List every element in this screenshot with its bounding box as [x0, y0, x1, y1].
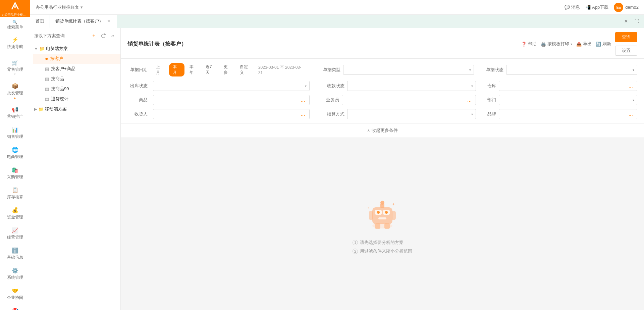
- svg-point-6: [377, 211, 380, 214]
- receipt-select[interactable]: ▾: [347, 81, 476, 91]
- shipment-select[interactable]: ▾: [153, 81, 310, 91]
- tab-maximize-btn[interactable]: ⛶: [632, 17, 641, 26]
- by-customer-product-label: 按客户+商品: [51, 66, 75, 72]
- by-product-99-icon: ▤: [45, 87, 49, 92]
- help-action[interactable]: ❓ 帮助: [521, 41, 537, 47]
- sales-rep-select[interactable]: ...: [342, 95, 476, 105]
- refresh-icon: 🔄: [596, 42, 601, 47]
- tip-num-1: 1: [353, 240, 358, 245]
- date-btn-thismonth[interactable]: 本月: [169, 63, 184, 76]
- bill-type-select[interactable]: ▾: [343, 65, 474, 75]
- tree-node-mobile[interactable]: ▶ 📁 移动端方案: [30, 104, 120, 114]
- date-btn-more[interactable]: 更多: [221, 63, 235, 77]
- sidebar-item-purchase[interactable]: 🛍️ 采购管理: [0, 163, 30, 183]
- sidebar-item-quicknav[interactable]: ⚡ 快捷导航: [0, 33, 30, 53]
- recipient-dots-icon[interactable]: ...: [299, 111, 306, 117]
- app-download-action[interactable]: 📲 App下载: [585, 4, 608, 10]
- tree-node-by-customer-product[interactable]: ▤ 按客户+商品: [33, 64, 120, 74]
- tree-node-by-product-99[interactable]: ▤ 按商品99: [33, 84, 120, 94]
- breadcrumb-arrow[interactable]: ▾: [80, 5, 83, 10]
- tab-home-label: 首页: [36, 18, 44, 24]
- tab-minimize-btn[interactable]: ✕: [621, 17, 631, 26]
- sidebar-item-basic[interactable]: ℹ️ 基础信息: [0, 244, 30, 264]
- pc-chevron-icon: ▼: [34, 47, 38, 51]
- basic-icon: ℹ️: [12, 247, 18, 254]
- sidebar-item-system[interactable]: ⚙️ 系统管理: [0, 264, 30, 284]
- shipment-arrow-icon: ▾: [305, 84, 307, 88]
- svg-point-7: [385, 211, 388, 214]
- tree-node-by-product[interactable]: ▤ 按商品: [33, 74, 120, 84]
- system-label: 系统管理: [7, 275, 23, 280]
- filter-area: 单据日期 上月 本月 本年 近7天 更多 自定义 2023-03-01 至 20…: [121, 59, 644, 123]
- system-icon: ⚙️: [12, 267, 18, 274]
- tree-node-return-stats[interactable]: ▤ 退货统计: [33, 94, 120, 104]
- inventory-label: 库存核算: [7, 194, 23, 200]
- retail-label: 零售管理: [7, 67, 23, 72]
- user-profile[interactable]: Ea demo2: [614, 3, 639, 12]
- refresh-action[interactable]: 🔄 刷新: [596, 41, 611, 47]
- empty-tips: 1 请先选择要分析的方案 2 用过滤条件来缩小分析范围: [353, 240, 412, 254]
- sidebar-logo[interactable]: 办公用品行业模拟账套: [0, 0, 30, 17]
- dept-select[interactable]: ▾: [499, 95, 637, 105]
- enterprise-icon: 🤝: [12, 287, 18, 294]
- enterprise-label: 企业协同: [7, 295, 23, 301]
- sidebar-item-operations[interactable]: 📈 经营管理: [0, 223, 30, 244]
- tree-node-by-customer[interactable]: ● 按客户: [33, 54, 120, 64]
- export-action[interactable]: 📤 导出: [576, 41, 592, 47]
- tab-sales-stat[interactable]: 销货单统计表（按客户） ✕: [50, 15, 117, 28]
- setting-button[interactable]: 设置: [615, 46, 637, 56]
- warehouse-select[interactable]: ...: [499, 81, 637, 91]
- recipient-select[interactable]: ...: [153, 109, 310, 119]
- product-select[interactable]: ...: [153, 95, 310, 105]
- app-download-label: App下载: [592, 4, 608, 10]
- sidebar-item-ecommerce[interactable]: 🌐 电商管理: [0, 143, 30, 163]
- top-header: 办公用品行业模拟账套 ▾ 💬 消息 📲 App下载 Ea demo2: [30, 0, 644, 15]
- brand-dots-icon[interactable]: ...: [627, 111, 634, 117]
- empty-illustration: ✦ ✦: [362, 194, 402, 234]
- add-scheme-btn[interactable]: +: [90, 32, 98, 40]
- tree-node-pc[interactable]: ▼ 📁 电脑端方案: [30, 44, 120, 54]
- sales-rep-dots-icon[interactable]: ...: [466, 97, 473, 103]
- collapse-button[interactable]: ∧ 收起更多条件: [362, 126, 403, 135]
- left-panel-tree: ▼ 📁 电脑端方案 ● 按客户 ▤ 按客户+商品 ▤ 按商品: [30, 42, 120, 310]
- wholesale-arrow: ▴: [14, 96, 16, 99]
- tab-close-icon[interactable]: ✕: [106, 18, 111, 24]
- bill-status-select[interactable]: ▾: [506, 65, 637, 75]
- sidebar-item-newbie[interactable]: 🎯 新手引导: [0, 304, 30, 310]
- message-action[interactable]: 💬 消息: [565, 4, 580, 10]
- tip-2-text: 用过滤条件来缩小分析范围: [360, 248, 412, 254]
- refresh-scheme-btn[interactable]: [100, 32, 107, 40]
- newbie-icon: 🎯: [12, 307, 18, 310]
- brand-select[interactable]: ...: [499, 109, 637, 119]
- product-dots-icon[interactable]: ...: [299, 97, 306, 103]
- active-dot-icon: ●: [45, 56, 48, 62]
- sidebar-item-sales[interactable]: 📊 销售管理: [0, 123, 30, 143]
- template-print-arrow: ▾: [571, 42, 572, 46]
- collapse-panel-btn[interactable]: «: [109, 32, 116, 40]
- sidebar-item-finance[interactable]: 💰 资金管理: [0, 203, 30, 223]
- sidebar-item-retail[interactable]: 🛒 零售管理 ▾: [0, 56, 30, 79]
- tab-home[interactable]: 首页: [30, 15, 50, 28]
- sidebar-item-wholesale[interactable]: 📦 批发管理 ▴: [0, 79, 30, 103]
- pc-node-label: 电脑端方案: [46, 46, 68, 52]
- sidebar-item-inventory[interactable]: 📋 库存核算: [0, 183, 30, 203]
- minimize-icon: ✕: [624, 19, 628, 24]
- shipment-label: 出库状态: [127, 83, 148, 89]
- date-btn-lastmonth[interactable]: 上月: [153, 63, 167, 77]
- customer-product-icon: ▤: [45, 66, 49, 71]
- date-btn-custom[interactable]: 自定义: [237, 63, 255, 77]
- sidebar-item-enterprise[interactable]: 🤝 企业协同: [0, 284, 30, 304]
- left-panel-header: 按以下方案查询 + «: [30, 28, 120, 42]
- filter-row-4: 收货人 ... 结算方式 ▾ 品牌 ...: [127, 109, 637, 119]
- mobile-chevron-icon: ▶: [34, 107, 37, 111]
- settlement-select[interactable]: ▾: [347, 109, 476, 119]
- sidebar-search-item[interactable]: 🔍 搜索菜单: [0, 17, 30, 33]
- date-btn-7days[interactable]: 近7天: [203, 63, 219, 77]
- empty-tip-1: 1 请先选择要分析的方案: [353, 240, 412, 246]
- query-button[interactable]: 查询: [615, 32, 637, 42]
- sales-rep-label: 业务员: [326, 97, 339, 103]
- warehouse-dots-icon[interactable]: ...: [627, 83, 634, 89]
- template-print-action[interactable]: 🖨️ 按模板打印 ▾: [541, 41, 572, 47]
- sidebar-item-marketing[interactable]: 📢 营销推广: [0, 103, 30, 123]
- date-btn-thisyear[interactable]: 本年: [186, 63, 201, 77]
